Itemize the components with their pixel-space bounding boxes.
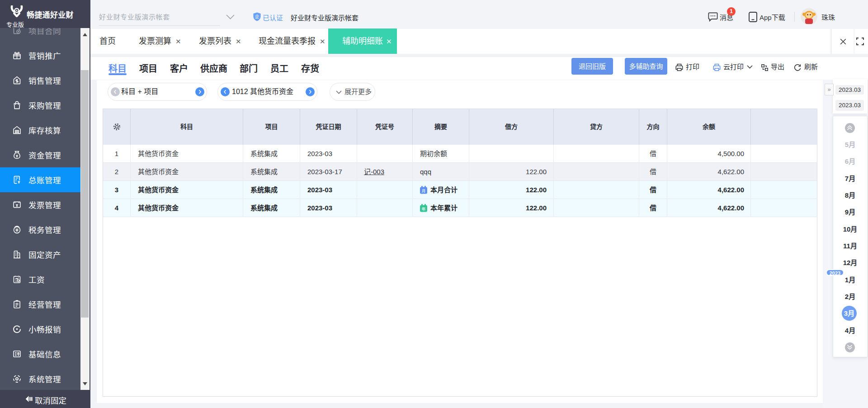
svg-text:企: 企: [255, 14, 259, 19]
svg-text:月: 月: [421, 189, 426, 193]
svg-text:年: 年: [422, 207, 426, 211]
